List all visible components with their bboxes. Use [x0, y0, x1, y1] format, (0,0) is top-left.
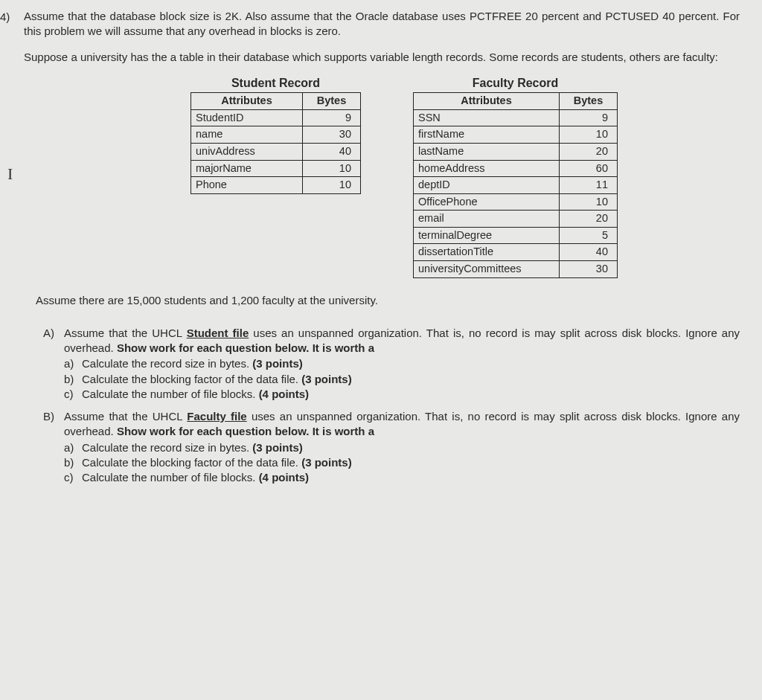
- part-b: B) Assume that the UHCL Faculty file use…: [43, 409, 740, 485]
- table-row: firstName10: [414, 126, 618, 144]
- part-b-bold: Show work for each question below. It is…: [117, 425, 374, 437]
- part-a-label: A): [43, 326, 64, 341]
- subpart: c)Calculate the number of file blocks. (…: [64, 470, 740, 485]
- bytes-cell: 60: [560, 160, 618, 177]
- attribute-cell: majorName: [191, 160, 303, 177]
- subpart-points: (3 points): [252, 441, 303, 454]
- attribute-cell: lastName: [414, 144, 560, 161]
- attribute-cell: deptID: [414, 177, 560, 194]
- table-row: StudentID9: [191, 109, 361, 126]
- subpart-label: a): [64, 356, 82, 371]
- subpart-label: b): [64, 455, 82, 470]
- subpart: b)Calculate the blocking factor of the d…: [64, 372, 740, 387]
- part-b-label: B): [43, 409, 64, 424]
- col-header-attributes: Attributes: [191, 93, 303, 110]
- subpart-text: Calculate the blocking factor of the dat…: [82, 373, 301, 385]
- table-row: name30: [191, 126, 361, 144]
- subpart-points: (3 points): [301, 373, 352, 385]
- attribute-cell: universityCommittees: [414, 260, 560, 277]
- subpart-points: (4 points): [259, 388, 310, 400]
- bytes-cell: 20: [560, 144, 618, 161]
- bytes-cell: 40: [303, 144, 361, 161]
- bytes-cell: 9: [303, 109, 361, 126]
- subparts-a: a)Calculate the record size in bytes. (3…: [64, 356, 740, 402]
- subpart-label: c): [64, 387, 82, 402]
- table-row: univAddress40: [191, 144, 361, 161]
- table-row: Phone10: [191, 177, 361, 194]
- attribute-cell: univAddress: [191, 144, 303, 161]
- part-b-file: Faculty file: [187, 410, 246, 423]
- bytes-cell: 11: [560, 177, 618, 194]
- subpart: b)Calculate the blocking factor of the d…: [64, 455, 740, 470]
- intro-text: Assume that the database block size is 2…: [24, 9, 740, 65]
- table-header-row: Attributes Bytes: [191, 93, 361, 110]
- bytes-cell: 20: [560, 211, 618, 228]
- faculty-table-title: Faculty Record: [473, 75, 559, 91]
- table-header-row: Attributes Bytes: [414, 93, 618, 110]
- subpart-points: (3 points): [252, 357, 303, 370]
- attribute-cell: firstName: [414, 126, 560, 144]
- attribute-cell: homeAddress: [414, 160, 560, 177]
- question-body: Assume that the database block size is 2…: [24, 9, 740, 492]
- bytes-cell: 10: [560, 126, 618, 144]
- text-cursor-icon: I: [7, 163, 13, 185]
- bytes-cell: 30: [303, 126, 361, 144]
- table-row: homeAddress60: [414, 160, 618, 177]
- attribute-cell: OfficePhone: [414, 193, 560, 211]
- bytes-cell: 30: [560, 260, 618, 277]
- question-number: 4): [0, 9, 24, 25]
- assume-line: Assume there are 15,000 students and 1,2…: [36, 293, 740, 308]
- student-table-title: Student Record: [231, 75, 320, 91]
- table-row: majorName10: [191, 160, 361, 177]
- attribute-cell: StudentID: [191, 109, 303, 126]
- bytes-cell: 40: [560, 244, 618, 261]
- subpart-label: a): [64, 440, 82, 455]
- tables-row: I Student Record Attributes Bytes Studen…: [68, 75, 740, 278]
- table-row: deptID11: [414, 177, 618, 194]
- bytes-cell: 10: [560, 193, 618, 211]
- part-a-body: Assume that the UHCL Student file uses a…: [64, 326, 740, 402]
- student-table-block: Student Record Attributes Bytes StudentI…: [190, 75, 361, 194]
- subpart-text: Calculate the record size in bytes.: [82, 441, 252, 454]
- intro-para-2: Suppose a university has the a table in …: [24, 50, 740, 65]
- table-row: email20: [414, 211, 618, 228]
- subpart-body: Calculate the record size in bytes. (3 p…: [82, 356, 303, 371]
- subpart-points: (4 points): [259, 471, 310, 484]
- attribute-cell: SSN: [414, 109, 560, 126]
- subpart: c)Calculate the number of file blocks. (…: [64, 387, 740, 402]
- attribute-cell: email: [414, 211, 560, 228]
- bytes-cell: 9: [560, 109, 618, 126]
- table-row: lastName20: [414, 144, 618, 161]
- student-table: Attributes Bytes StudentID9name30univAdd…: [190, 92, 361, 193]
- attribute-cell: name: [191, 126, 303, 144]
- attribute-cell: terminalDegree: [414, 227, 560, 244]
- intro-para-1: Assume that the database block size is 2…: [24, 9, 740, 39]
- attribute-cell: dissertationTitle: [414, 244, 560, 261]
- subpart-text: Calculate the number of file blocks.: [82, 388, 259, 400]
- subparts-b: a)Calculate the record size in bytes. (3…: [64, 440, 740, 486]
- subpart: a)Calculate the record size in bytes. (3…: [64, 440, 740, 455]
- subpart-body: Calculate the blocking factor of the dat…: [82, 372, 352, 387]
- table-row: dissertationTitle40: [414, 244, 618, 261]
- part-a-bold: Show work for each question below. It is…: [117, 341, 374, 354]
- table-row: OfficePhone10: [414, 193, 618, 211]
- col-header-bytes: Bytes: [560, 93, 618, 110]
- subpart-body: Calculate the record size in bytes. (3 p…: [82, 440, 303, 455]
- subpart-body: Calculate the number of file blocks. (4 …: [82, 470, 309, 485]
- table-row: SSN9: [414, 109, 618, 126]
- part-b-body: Assume that the UHCL Faculty file uses a…: [64, 409, 740, 485]
- faculty-table: Attributes Bytes SSN9firstName10lastName…: [413, 92, 618, 277]
- subpart-text: Calculate the blocking factor of the dat…: [82, 456, 301, 469]
- question-container: 4) Assume that the database block size i…: [0, 9, 740, 492]
- bytes-cell: 5: [560, 227, 618, 244]
- col-header-attributes: Attributes: [414, 93, 560, 110]
- part-a-pre: Assume that the UHCL: [64, 327, 187, 339]
- col-header-bytes: Bytes: [303, 93, 361, 110]
- subpart-text: Calculate the record size in bytes.: [82, 357, 252, 370]
- subpart-text: Calculate the number of file blocks.: [82, 471, 259, 484]
- part-a-file: Student file: [187, 327, 249, 339]
- subpart: a)Calculate the record size in bytes. (3…: [64, 356, 740, 371]
- bytes-cell: 10: [303, 160, 361, 177]
- part-b-pre: Assume that the UHCL: [64, 410, 187, 423]
- subpart-label: b): [64, 372, 82, 387]
